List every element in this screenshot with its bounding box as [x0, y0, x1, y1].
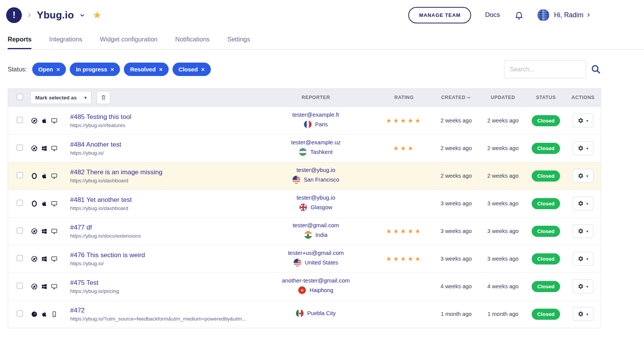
row-actions-button[interactable]: ▾: [573, 224, 593, 238]
remove-filter-icon[interactable]: ×: [159, 66, 163, 72]
created-time: 3 weeks ago: [433, 217, 480, 245]
filter-pill-resolved[interactable]: Resolved×: [124, 63, 168, 76]
notifications-bell-button[interactable]: [514, 10, 524, 20]
workspace-title[interactable]: Ybug.io: [37, 9, 74, 21]
row-actions-button[interactable]: ▾: [573, 197, 593, 210]
row-checkbox[interactable]: [16, 255, 23, 261]
search-input[interactable]: [504, 60, 586, 78]
row-actions-button[interactable]: ▾: [573, 307, 593, 321]
status-filter-label: Status:: [8, 66, 27, 73]
row-actions-button[interactable]: ▾: [573, 279, 593, 293]
report-row[interactable]: #484 Another test https://ybug.io/ teste…: [8, 134, 601, 162]
tab-notifications[interactable]: Notifications: [175, 30, 210, 49]
gear-icon: [578, 173, 584, 179]
updated-time: 4 weeks ago: [480, 273, 526, 300]
row-checkbox[interactable]: [16, 200, 23, 206]
platform-icons: [31, 117, 59, 124]
report-title-link[interactable]: #484 Another test: [70, 141, 121, 149]
report-row[interactable]: #476 This section is weird https://ybug.…: [8, 245, 601, 273]
dropdown-caret-icon: ▾: [586, 202, 588, 206]
report-title-link[interactable]: #476 This section is weird: [70, 251, 145, 259]
reporter-city: Paris: [315, 121, 328, 127]
tab-integrations[interactable]: Integrations: [49, 30, 82, 49]
report-title-link[interactable]: #472: [70, 307, 246, 314]
report-row[interactable]: #475 Test https://ybug.io/pricing anothe…: [8, 273, 601, 300]
avatar[interactable]: [537, 9, 549, 21]
filter-bar: Status: Open× In progress× Resolved× Clo…: [8, 60, 601, 78]
row-checkbox[interactable]: [16, 283, 23, 289]
dropdown-caret-icon: ▾: [586, 257, 588, 261]
account-chevron-icon[interactable]: [586, 12, 591, 18]
created-time: 4 weeks ago: [433, 273, 480, 300]
account-greeting[interactable]: Hi, Radim: [554, 11, 583, 19]
ybug-logo[interactable]: !: [6, 7, 22, 23]
select-all-checkbox[interactable]: [16, 94, 23, 100]
column-header-created[interactable]: CREATED: [433, 89, 480, 107]
updated-time: 2 weeks ago: [480, 162, 526, 190]
row-checkbox[interactable]: [16, 144, 23, 151]
row-actions-button[interactable]: ▾: [573, 141, 593, 155]
rating-stars: [375, 162, 433, 190]
platform-icons: [31, 256, 59, 262]
reporter-city: Puebla City: [307, 310, 335, 316]
desktop-icon: [51, 173, 58, 179]
updated-time: 3 weeks ago: [480, 217, 526, 245]
rating-stars: ★★★★★: [375, 245, 433, 273]
row-actions-button[interactable]: ▾: [573, 114, 593, 127]
report-title-link[interactable]: #485 Testing this tool: [70, 113, 131, 121]
platform-icons: [31, 200, 59, 207]
report-title-link[interactable]: #481 Yet another test: [70, 196, 132, 204]
gear-icon: [578, 228, 584, 234]
tab-settings[interactable]: Settings: [227, 30, 250, 49]
rating-stars: [375, 300, 433, 328]
tab-reports[interactable]: Reports: [8, 30, 31, 49]
report-title-link[interactable]: #475 Test: [70, 279, 119, 287]
opera-icon: [31, 200, 38, 207]
report-row[interactable]: #477 df https://ybug.io/docs/extensions …: [8, 217, 601, 245]
sort-chevron-icon[interactable]: [467, 95, 471, 100]
gear-icon: [578, 311, 584, 317]
remove-filter-icon[interactable]: ×: [201, 66, 205, 72]
reporter-flag-icon: [304, 231, 312, 239]
row-checkbox[interactable]: [16, 227, 23, 234]
filter-pill-in-progress[interactable]: In progress×: [70, 63, 120, 76]
remove-filter-icon[interactable]: ×: [56, 66, 60, 72]
rating-stars: ★★★★★: [375, 107, 433, 134]
reports-table: Mark selected as ▾ REPORTER RATING CREAT…: [8, 88, 601, 328]
report-row[interactable]: #482 There is an image missing https://y…: [8, 162, 601, 190]
report-url: https://ybug.io/dashboard: [70, 178, 163, 183]
gear-icon: [578, 256, 584, 262]
filter-pill-open[interactable]: Open×: [32, 63, 66, 76]
mark-selected-as-button[interactable]: Mark selected as ▾: [30, 91, 92, 104]
report-title-link[interactable]: #482 There is an image missing: [70, 169, 163, 176]
reporter-city: Glasgow: [310, 204, 332, 210]
table-header-row: Mark selected as ▾ REPORTER RATING CREAT…: [8, 89, 601, 107]
platform-icons: [31, 283, 59, 290]
row-actions-button[interactable]: ▾: [573, 252, 593, 266]
manage-team-button[interactable]: MANAGE TEAM: [408, 7, 471, 23]
report-row[interactable]: #472 https://ybug.io/?utm_source=feedbac…: [8, 300, 601, 328]
docs-link[interactable]: Docs: [485, 11, 500, 19]
workspace-dropdown-chevron-icon[interactable]: [79, 12, 85, 18]
reporter-email: tester@example.uz: [256, 139, 375, 145]
gear-icon: [578, 200, 584, 207]
report-row[interactable]: #485 Testing this tool https://ybug.io/#…: [8, 107, 601, 134]
tab-widget-configuration[interactable]: Widget configuration: [100, 30, 158, 49]
filter-pill-closed[interactable]: Closed×: [172, 63, 211, 76]
report-title-link[interactable]: #477 df: [70, 224, 141, 231]
row-checkbox[interactable]: [16, 117, 23, 123]
gear-icon: [578, 283, 584, 289]
remove-filter-icon[interactable]: ×: [111, 66, 114, 72]
report-row[interactable]: #481 Yet another test https://ybug.io/da…: [8, 190, 601, 217]
delete-selected-button[interactable]: [97, 91, 110, 104]
row-checkbox[interactable]: [16, 310, 23, 317]
search-button[interactable]: [591, 64, 601, 74]
chrome-icon: [31, 228, 38, 235]
chrome-icon: [31, 256, 38, 262]
row-actions-button[interactable]: ▾: [573, 169, 593, 183]
favorite-star-icon[interactable]: ★: [93, 10, 102, 20]
row-checkbox[interactable]: [16, 172, 23, 178]
status-badge: Closed: [532, 115, 560, 126]
report-url: https://ybug.io/docs/extensions: [70, 233, 141, 239]
report-url: https://ybug.io/pricing: [70, 288, 119, 294]
